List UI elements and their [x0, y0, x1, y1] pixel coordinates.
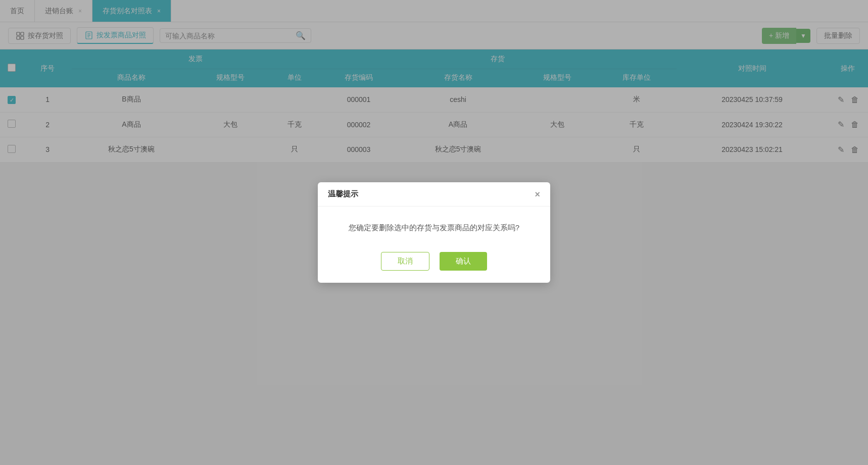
dialog-overlay: 温馨提示 × 您确定要删除选中的存货与发票商品的对应关系吗? 取消 确认 — [0, 0, 868, 163]
